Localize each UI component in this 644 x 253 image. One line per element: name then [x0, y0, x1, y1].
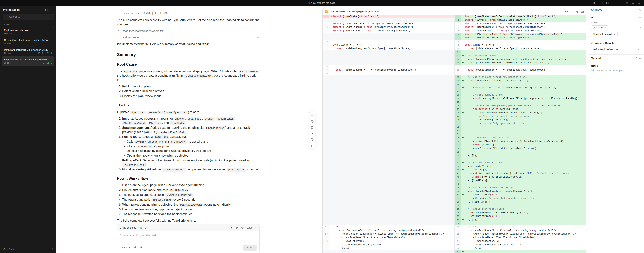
working-branch-value: vk/3ccf-explore-the-code [593, 48, 618, 51]
changes-panel-header: Changes [588, 6, 644, 14]
search-input[interactable] [9, 15, 52, 18]
refresh-icon[interactable] [241, 226, 244, 229]
expand-terminal-icon[interactable] [634, 57, 637, 60]
more-options-icon[interactable] [638, 26, 641, 29]
panel-bottom-icon[interactable] [600, 1, 603, 4]
close-icon[interactable] [638, 8, 641, 11]
line-number [322, 79, 329, 82]
model-select[interactable]: Default [120, 246, 131, 249]
expand-diff-icon[interactable] [576, 10, 579, 13]
copy-icon[interactable] [310, 119, 315, 124]
conversation-scroll[interactable]: npm run build 2>&1 | tail -80The build c… [56, 6, 320, 224]
diff-line [329, 147, 454, 150]
more-icon[interactable] [619, 1, 622, 4]
new-workspace-icon[interactable] [50, 8, 53, 11]
tool-call-row[interactable]: Updated Todos [117, 36, 260, 40]
monitor-icon[interactable] [632, 1, 634, 4]
tool-call-row[interactable]: Read medusa/src/pages/Agent.tsx [117, 29, 260, 33]
list-icon[interactable] [638, 1, 641, 4]
watch-icon[interactable] [230, 226, 233, 229]
list-item: Opens the modal when a new plan is detec… [127, 154, 260, 158]
collapse-terminal-icon[interactable] [639, 57, 641, 60]
diff-row: 59+ [322, 222, 586, 225]
notes-placeholder[interactable]: Add notes about this workspace... [591, 69, 641, 72]
diff-line [329, 150, 454, 154]
files-changed-label[interactable]: 2 files changed [120, 226, 136, 229]
diff-line [329, 72, 454, 76]
diff-line [329, 61, 454, 65]
diff-line: + // Find pending plans [461, 93, 586, 97]
clipboard-icon[interactable] [310, 125, 315, 130]
inline-code: pendingPlan [227, 168, 246, 172]
edit-branch-icon[interactable] [637, 48, 640, 51]
diff-line: <ChatInterface /> [461, 240, 586, 243]
search-box[interactable] [3, 14, 54, 20]
edit-icon[interactable] [140, 246, 142, 249]
chevron-down-icon [613, 33, 616, 36]
line-number: 46 [454, 175, 461, 179]
diff-list-icon[interactable] [235, 226, 238, 229]
diff-line: + const handlePlanComplete = useCallback… [461, 190, 586, 193]
list-item: Modal rendering: Added the PlanReviewMod… [122, 168, 260, 172]
drag-handle-icon[interactable] [310, 113, 315, 118]
diff-line: + [461, 158, 586, 161]
pause-icon[interactable] [587, 1, 590, 4]
diff-line [329, 179, 454, 182]
diff-line: + if (!previousPlanIdsRef.current.has(pl… [461, 111, 586, 115]
message-input[interactable] [120, 234, 257, 244]
play-icon[interactable] [310, 131, 315, 136]
git-section-label: Git [591, 16, 594, 19]
grid-icon[interactable] [612, 1, 616, 4]
workspace-item[interactable]: Install and integrate Vibe Kanban Web...… [2, 47, 54, 56]
working-branch-field[interactable]: vk/3ccf-explore-the-code [591, 46, 641, 52]
attach-icon[interactable] [134, 246, 137, 249]
diff-line: + [461, 204, 586, 208]
branch-compare-icon[interactable] [310, 143, 315, 148]
diff-row: 13 <AgentHeader sidebarOpen={sidebarOpen… [322, 232, 586, 236]
diff-line: <ChatInterface /> [329, 240, 454, 243]
diff-line [329, 140, 454, 143]
line-number [322, 197, 329, 200]
diff-line: import { AgentHeader } from "@/component… [461, 29, 586, 33]
panel-right-icon[interactable] [606, 1, 609, 4]
inline-code: useEffect [186, 117, 202, 121]
change-badges: 4+134-2 [38, 52, 52, 54]
tool-call-row[interactable]: npm run build 2>&1 | tail -80 [117, 12, 260, 16]
view-archive-label[interactable]: View Archive [3, 248, 17, 250]
diff-line [329, 36, 454, 40]
archive-icon[interactable] [45, 8, 48, 11]
line-number [322, 200, 329, 204]
git-branch-icon [593, 26, 595, 29]
send-button[interactable]: Send [243, 244, 257, 250]
workspace-item[interactable]: Explore the codebase35m ago [2, 27, 54, 36]
line-number: 19 [454, 79, 461, 82]
version-label: Latest [246, 226, 253, 229]
open-pull-request-button[interactable]: Open pull request [591, 32, 618, 37]
copy-icon[interactable] [625, 1, 628, 4]
line-number: 57 [454, 214, 461, 218]
line-number: 5 [322, 40, 329, 43]
workspace-item[interactable]: Explore the codebase I want you to ex...… [2, 56, 54, 66]
diff-line: + // New plan detected — open the modal [461, 115, 586, 118]
diff-line: + [461, 100, 586, 104]
line-number: 23 [454, 93, 461, 97]
version-select[interactable]: Latest [246, 226, 257, 229]
diff-row: 30+ setPendingPlan(plan); [322, 118, 586, 122]
branch-selector[interactable]: master [591, 25, 608, 30]
collapse-git-icon[interactable] [638, 16, 641, 19]
diff-row: 37+ } catch (error) { [322, 143, 586, 147]
workspace-item[interactable]: Create Good First Issues on Github So ..… [2, 37, 54, 46]
line-number: 8 [322, 65, 329, 68]
split-view-icon[interactable] [581, 10, 584, 13]
diff-line [329, 50, 454, 54]
diff-row: 12+ // Plan review state [322, 54, 586, 58]
sidebar-footer[interactable]: View Archive 0 [0, 245, 56, 253]
diff-line [329, 136, 454, 140]
diff-row: 29+ // New plan detected — open the moda… [322, 115, 586, 118]
panel-left-icon[interactable] [593, 1, 596, 4]
diff-line [329, 122, 454, 125]
diff-line: + loadPlans(); [461, 168, 586, 172]
line-number: 43 [454, 164, 461, 168]
monitor-icon[interactable] [310, 137, 315, 142]
chevron-down-icon[interactable] [257, 36, 260, 39]
